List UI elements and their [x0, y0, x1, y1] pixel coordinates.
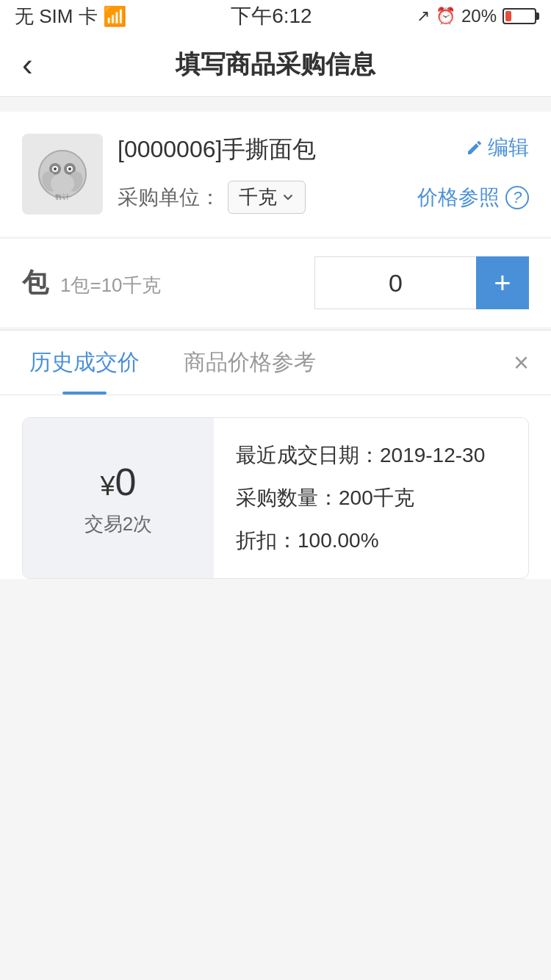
unit-label-text: 采购单位：: [118, 184, 220, 212]
help-icon: ?: [505, 186, 529, 209]
nav-bar: ‹ 填写商品采购信息: [0, 32, 551, 97]
svg-text:数计: 数计: [55, 193, 70, 200]
quantity-conversion: 1包=10千克: [60, 273, 161, 298]
unit-label: 采购单位： 千克: [118, 181, 306, 214]
tab-product-price-ref[interactable]: 商品价格参考: [176, 331, 323, 394]
price-ref-button[interactable]: 价格参照 ?: [417, 184, 529, 212]
product-card: 数计 [0000006]手撕面包 编辑 采购单位： 千克: [0, 112, 551, 237]
quantity-row-detail: 采购数量：200千克: [236, 483, 506, 514]
recent-date-value: 2019-12-30: [380, 444, 485, 466]
svg-point-6: [68, 167, 71, 170]
tab-history-price[interactable]: 历史成交价: [22, 331, 147, 394]
status-time: 下午6:12: [231, 2, 312, 30]
quantity-detail-value: 200千克: [339, 486, 414, 509]
chevron-down-icon: [281, 191, 295, 204]
history-price-section: ¥0 交易2次: [23, 418, 214, 578]
page-title: 填写商品采购信息: [176, 48, 375, 82]
quantity-row: 包 1包=10千克 +: [0, 238, 551, 327]
trade-count: 交易2次: [84, 511, 152, 537]
status-bar: 无 SIM 卡 📶 下午6:12 ↗ ⏰ 20%: [0, 0, 551, 32]
history-details-section: 最近成交日期：2019-12-30 采购数量：200千克 折扣：100.00%: [214, 418, 528, 578]
quantity-input-group: +: [314, 256, 529, 309]
status-left: 无 SIM 卡 📶: [15, 4, 126, 29]
edit-button[interactable]: 编辑: [466, 134, 529, 162]
product-name: [0000006]手撕面包: [118, 134, 316, 166]
discount-label: 折扣：: [236, 529, 298, 552]
alarm-icon: ⏰: [436, 7, 455, 26]
discount-value: 100.00%: [298, 529, 379, 552]
recent-date-label: 最近成交日期：: [236, 444, 380, 466]
currency-symbol: ¥: [101, 471, 115, 501]
edit-icon: [466, 139, 483, 156]
quantity-plus-button[interactable]: +: [476, 256, 529, 309]
history-price-value: ¥0: [101, 460, 137, 504]
price-ref-label: 价格参照: [417, 184, 500, 212]
unit-select[interactable]: 千克: [228, 181, 306, 214]
status-right: ↗ ⏰ 20%: [417, 6, 536, 26]
product-image: 数计: [22, 134, 103, 215]
quantity-detail-label: 采购数量：: [236, 486, 339, 509]
battery-percentage: 20%: [461, 6, 497, 26]
edit-label: 编辑: [488, 134, 529, 162]
tab-bar: 历史成交价 商品价格参考 ×: [0, 331, 551, 395]
main-content: [0, 601, 551, 980]
quantity-input[interactable]: [314, 256, 476, 309]
recent-date-row: 最近成交日期：2019-12-30: [236, 440, 506, 471]
panel-close-button[interactable]: ×: [514, 347, 529, 378]
svg-point-10: [51, 173, 74, 194]
discount-row: 折扣：100.00%: [236, 525, 506, 556]
price-number: 0: [115, 461, 137, 503]
battery-icon: [503, 8, 536, 24]
location-icon: ↗: [417, 7, 430, 26]
quantity-label: 包 1包=10千克: [22, 265, 161, 301]
back-button[interactable]: ‹: [22, 39, 40, 90]
bottom-panel: 历史成交价 商品价格参考 × ¥0 交易2次 最近成交日期：2019-12-30…: [0, 330, 551, 579]
unit-value: 千克: [239, 184, 277, 210]
history-card: ¥0 交易2次 最近成交日期：2019-12-30 采购数量：200千克 折扣：…: [22, 417, 529, 579]
svg-point-5: [54, 167, 57, 170]
product-unit-row: 采购单位： 千克 价格参照 ?: [118, 181, 529, 214]
quantity-unit: 包: [22, 265, 48, 301]
product-header: [0000006]手撕面包 编辑: [118, 134, 529, 166]
product-logo-icon: 数计: [37, 148, 88, 200]
product-info: [0000006]手撕面包 编辑 采购单位： 千克 价格参照: [118, 134, 529, 214]
